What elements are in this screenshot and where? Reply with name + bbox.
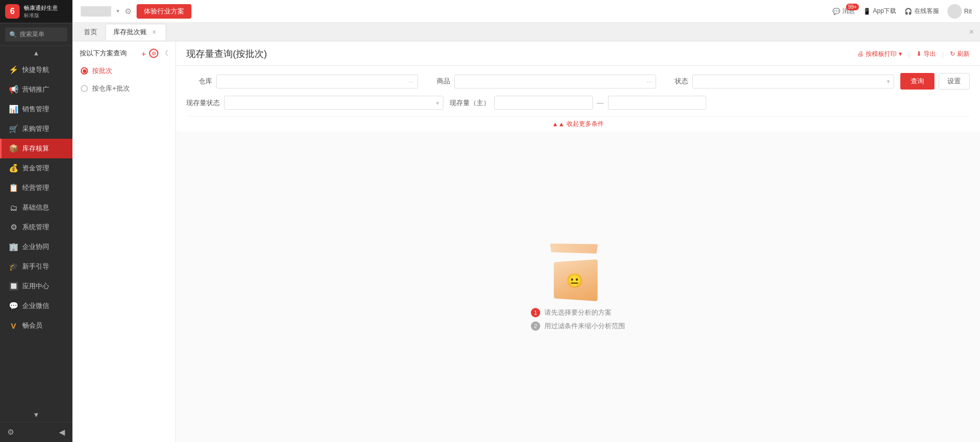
tab-inventory-batch[interactable]: 库存批次账 × — [106, 24, 166, 40]
warehouse-label: 仓库 — [186, 77, 212, 86]
sidebar-item-vip[interactable]: V 畅会员 — [0, 316, 72, 335]
filter-panel-title: 按以下方案查询 — [80, 49, 127, 58]
page-actions: 🖨 按模板打印 ▾ | ⬇ 导出 | ↻ 刷新 — [857, 50, 970, 58]
status-field: 状态 ▾ — [662, 75, 894, 89]
filter-item-by-batch[interactable]: 按批次 — [72, 62, 175, 80]
empty-illustration: 😐 — [547, 243, 609, 300]
tabs-bar: 首页 库存批次账 × × — [72, 23, 980, 41]
page-title: 现存量查询(按批次) — [186, 48, 267, 60]
sidebar-item-inventory[interactable]: 📦 库存核算 — [0, 139, 72, 158]
enterprise-icon: 🏢 — [9, 242, 18, 252]
filter-radio-by-batch — [81, 67, 88, 75]
filter-panel-header: 按以下方案查询 + ⚙ 《 — [72, 47, 175, 62]
quantity-main-label: 现存量（主） — [450, 98, 490, 108]
close-all-tabs-button[interactable]: × — [967, 25, 976, 39]
sidebar-item-wechat[interactable]: 💬 企业微信 — [0, 296, 72, 316]
product-input[interactable] — [454, 75, 656, 89]
footer-collapse-icon[interactable]: ◀ — [59, 428, 65, 437]
filter-item-by-warehouse-batch[interactable]: 按仓库+批次 — [72, 80, 175, 97]
hint-number-2: 2 — [531, 321, 540, 331]
warehouse-input-wrap: ··· — [216, 75, 418, 89]
online-service-button[interactable]: 🎧 在线客服 — [904, 7, 939, 16]
status-select-wrap: ▾ — [692, 75, 894, 89]
empty-state: 😐 1 请先选择要分析的方案 2 用过滤条件来缩小分析范围 — [176, 131, 980, 442]
sidebar-item-finance[interactable]: 💰 资金管理 — [0, 158, 72, 178]
inventory-status-select[interactable] — [224, 96, 443, 110]
warehouse-input[interactable] — [216, 75, 418, 89]
main-area: ▾ ⚙ 体验行业方案 💬 消息 99+ 📱 App下载 🎧 在线客服 Rit — [72, 0, 980, 442]
sidebar-item-operations[interactable]: 📋 经营管理 — [0, 178, 72, 198]
username-label: Rit — [964, 8, 972, 15]
product-more-icon[interactable]: ··· — [646, 78, 652, 85]
tab-close-button[interactable]: × — [150, 28, 158, 36]
sidebar-item-purchase[interactable]: 🛒 采购管理 — [0, 119, 72, 139]
sidebar-item-quick-nav[interactable]: ⚡ 快捷导航 — [0, 60, 72, 80]
sidebar-item-apps[interactable]: 🔲 应用中心 — [0, 276, 72, 296]
wechat-icon: 💬 — [9, 301, 18, 311]
quantity-to-input[interactable] — [608, 96, 707, 110]
filter-add-button[interactable]: + — [141, 49, 146, 58]
quantity-from-wrap — [494, 96, 593, 110]
collapse-up-icon: ▲▲ — [552, 121, 565, 128]
sales-icon: 📊 — [9, 105, 18, 114]
sidebar-scroll-up[interactable]: ▲ — [31, 47, 42, 59]
action-divider-2: | — [942, 50, 944, 58]
sidebar-item-sales[interactable]: 📊 销售管理 — [0, 99, 72, 119]
warehouse-more-icon[interactable]: ··· — [408, 78, 414, 85]
messages-button[interactable]: 💬 消息 99+ — [833, 7, 855, 16]
sidebar-header: 6 畅康通好生意 标准版 — [0, 0, 72, 23]
apps-icon: 🔲 — [9, 282, 18, 291]
export-button[interactable]: ⬇ 导出 — [916, 50, 936, 58]
app-download-icon: 📱 — [863, 8, 871, 15]
topbar-left: ▾ ⚙ 体验行业方案 — [81, 4, 826, 19]
sidebar-nav: ⚡ 快捷导航 📢 营销推广 📊 销售管理 🛒 采购管理 📦 库存核算 💰 资金管… — [0, 60, 72, 408]
product-field: 商品 ··· — [424, 75, 656, 89]
sidebar-item-enterprise[interactable]: 🏢 企业协同 — [0, 237, 72, 257]
collapse-row[interactable]: ▲▲ 收起更多条件 — [186, 116, 970, 131]
trial-button[interactable]: 体验行业方案 — [137, 4, 191, 19]
topbar-gear-icon[interactable]: ⚙ — [125, 7, 131, 16]
tab-home[interactable]: 首页 — [77, 24, 105, 40]
inventory-status-select-wrap: ▾ — [224, 96, 443, 110]
quantity-dash: — — [597, 99, 604, 107]
app-brand: 畅康通好生意 标准版 — [24, 4, 58, 18]
search-row-1: 仓库 ··· 商品 ··· — [186, 73, 970, 90]
filter-panel-actions: + ⚙ 《 — [141, 49, 168, 58]
footer-settings-icon[interactable]: ⚙ — [7, 428, 14, 437]
sidebar-item-system[interactable]: ⚙ 系统管理 — [0, 217, 72, 237]
print-button[interactable]: 🖨 按模板打印 ▾ — [857, 50, 902, 58]
action-divider-1: | — [908, 50, 910, 58]
messages-badge: 99+ — [846, 4, 859, 10]
export-icon: ⬇ — [916, 50, 922, 57]
topbar-right: 💬 消息 99+ 📱 App下载 🎧 在线客服 Rit — [833, 4, 972, 19]
filter-settings-button[interactable]: ⚙ — [149, 49, 158, 58]
filter-collapse-button[interactable]: 《 — [161, 49, 168, 58]
form-action-buttons: 查询 设置 — [900, 73, 970, 90]
sidebar-item-marketing[interactable]: 📢 营销推广 — [0, 80, 72, 99]
topbar-dropdown-icon[interactable]: ▾ — [116, 8, 120, 14]
sidebar-item-basics[interactable]: 🗂 基础信息 — [0, 198, 72, 217]
status-select[interactable] — [692, 75, 894, 89]
sidebar-search-section: 🔍 搜索菜单 — [0, 23, 72, 46]
status-label: 状态 — [662, 77, 688, 86]
quantity-to-wrap — [608, 96, 707, 110]
sidebar-scroll-down[interactable]: ▼ — [31, 409, 42, 421]
settings-button[interactable]: 设置 — [939, 73, 970, 90]
inventory-icon: 📦 — [9, 144, 18, 153]
user-avatar-area[interactable]: Rit — [947, 4, 972, 19]
app-download-button[interactable]: 📱 App下载 — [863, 7, 896, 16]
finance-icon: 💰 — [9, 164, 18, 173]
app-logo: 6 — [5, 4, 20, 19]
filter-panel: 按以下方案查询 + ⚙ 《 按批次 按仓库+批次 — [72, 41, 176, 442]
purchase-icon: 🛒 — [9, 124, 18, 134]
content-area: 按以下方案查询 + ⚙ 《 按批次 按仓库+批次 现存量查询(按批次) — [72, 41, 980, 442]
inventory-status-label: 现存量状态 — [186, 98, 220, 108]
sidebar-item-newbie[interactable]: 🎓 新手引导 — [0, 257, 72, 276]
quantity-from-input[interactable] — [494, 96, 593, 110]
empty-hint-2: 2 用过滤条件来缩小分析范围 — [531, 321, 625, 331]
search-menu-button[interactable]: 🔍 搜索菜单 — [5, 27, 67, 41]
filter-radio-by-warehouse-batch — [81, 85, 88, 92]
newbie-icon: 🎓 — [9, 262, 18, 271]
query-button[interactable]: 查询 — [900, 73, 934, 90]
refresh-button[interactable]: ↻ 刷新 — [950, 50, 970, 58]
